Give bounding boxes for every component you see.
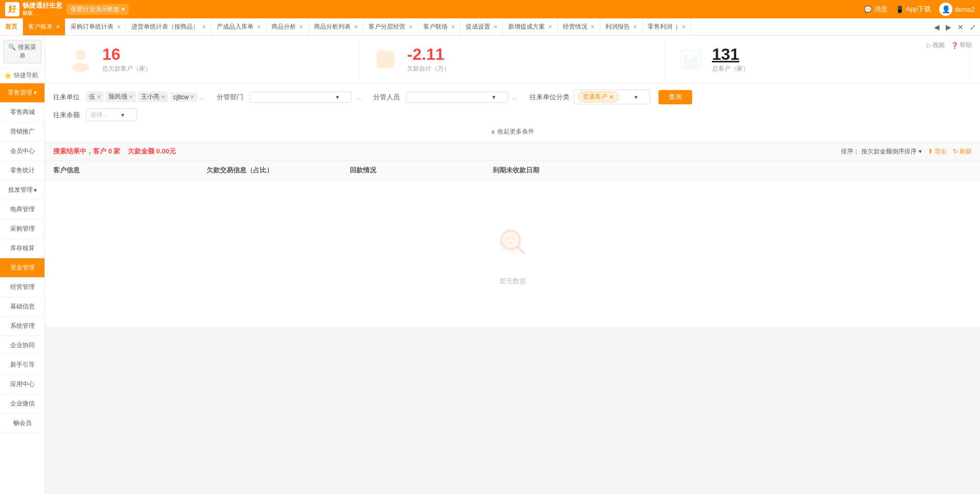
close-tab-biz-status[interactable]: ✕ (590, 24, 595, 30)
sidebar-item-finance[interactable]: 资金管理 (0, 258, 44, 278)
chevron-down-icon: ▾ (492, 94, 495, 101)
tab-close-all-btn[interactable]: ✕ (955, 22, 966, 32)
svg-rect-7 (688, 58, 693, 69)
col-header-debt: 欠款交易信息（占比） (207, 166, 350, 175)
search-result-info: 搜索结果中，客户 0 家 欠款金额 0.00元 (53, 147, 176, 156)
close-tab-customer-layer[interactable]: ✕ (408, 24, 413, 30)
collapse-btn[interactable]: ∧ 收起更多条件 (491, 127, 534, 136)
filter-label-person: 分管人员 (373, 93, 402, 102)
sidebar-item-operation[interactable]: 经营管理 (0, 278, 44, 297)
chevron-down-icon: ▾ (919, 148, 922, 155)
question-icon: ❓ (951, 42, 959, 49)
svg-line-10 (517, 246, 524, 253)
sidebar-item-system[interactable]: 系统管理 (0, 317, 44, 336)
remove-tag-cjttcw[interactable]: ✕ (190, 94, 194, 100)
category-select[interactable]: 普通客户 ✕ ▾ (574, 89, 650, 104)
balance-select[interactable]: 选择... ▾ (86, 108, 137, 121)
close-tab-purchase-order[interactable]: ✕ (117, 24, 121, 30)
sidebar-item-member[interactable]: 会员中心 (0, 142, 44, 161)
tab-product-analysis-list[interactable]: 商品分析列表 ✕ (309, 18, 363, 35)
message-btn[interactable]: 💬 消息 (864, 5, 887, 14)
dept-expand-btn[interactable]: ... (356, 94, 361, 101)
remove-tag-wu[interactable]: ✕ (97, 94, 101, 100)
close-tab-retail-profit[interactable]: ✕ (681, 24, 686, 30)
remove-tag-wang[interactable]: ✕ (161, 94, 165, 100)
tab-customer-contact[interactable]: 客户联络 ✕ (418, 18, 461, 35)
close-tab-customer-book[interactable]: ✕ (56, 24, 60, 30)
tab-next-btn[interactable]: ▶ (944, 22, 953, 32)
sidebar-item-ecommerce[interactable]: 电商管理 (0, 200, 44, 219)
close-tab-purchase-stats[interactable]: ✕ (202, 24, 206, 30)
selected-category-tag: 普通客户 ✕ (578, 92, 619, 102)
filter-tag-chen: 陈民强 ✕ (106, 92, 136, 102)
tab-product-stock[interactable]: 产成品入库单 ✕ (212, 18, 266, 35)
tab-biz-status[interactable]: 经营情况 ✕ (558, 18, 600, 35)
tab-maximize-btn[interactable]: ⤢ (968, 22, 978, 32)
tab-customer-book[interactable]: 客户账本 ✕ (23, 18, 65, 35)
stat-number-customers: 16 (102, 46, 151, 62)
stats-header: 16 总欠款客户（家） ¥ -2.11 欠款合计（万） (45, 36, 980, 83)
tab-product-analysis[interactable]: 商品分析 ✕ (266, 18, 309, 35)
svg-text:¥: ¥ (383, 54, 389, 65)
dept-select[interactable]: ▾ (249, 92, 352, 103)
stat-help-area: ▷ 视频 ❓ 帮助 (927, 41, 972, 50)
close-tab-tips-settings[interactable]: ✕ (493, 24, 497, 30)
tab-purchase-order[interactable]: 采购订单统计表 ✕ (65, 18, 126, 35)
empty-icon (492, 221, 533, 271)
stat-label-total-clients: 总客户（家） (712, 64, 749, 73)
sidebar-item-inventory[interactable]: 库存核算 (0, 239, 44, 258)
empty-text: 暂无数据 (499, 277, 526, 286)
sidebar-item-purchase[interactable]: 采购管理 (0, 219, 44, 239)
main-layout: 🔍 搜索菜单 ⭐ 快捷导航 零售管理 ▾ 零售商城 营销推广 会员中心 零售统计… (0, 36, 980, 494)
export-btn[interactable]: ⬆ 导出 (928, 147, 947, 156)
sidebar-item-retail-mall[interactable]: 零售商城 (0, 103, 44, 122)
sidebar-item-newbie[interactable]: 新手引导 (0, 355, 44, 375)
sidebar-item-wholesale[interactable]: 批发管理 ▾ (0, 181, 44, 200)
sort-select[interactable]: 排序： 按欠款金额倒序排序 ▾ (841, 147, 922, 156)
chevron-down-icon: ▾ (121, 111, 124, 119)
account-dropdown[interactable]: 母婴行业演示帐套 ▾ (66, 4, 129, 15)
tab-customer-layer[interactable]: 客户分层经营 ✕ (363, 18, 418, 35)
person-select[interactable]: ▾ (406, 92, 508, 103)
refresh-btn[interactable]: ↻ 刷新 (953, 147, 972, 156)
close-tab-profit-report[interactable]: ✕ (633, 24, 637, 30)
tab-prev-btn[interactable]: ◀ (932, 22, 942, 32)
user-menu[interactable]: 👤 demo2 (939, 3, 975, 16)
sidebar-item-retail-stats[interactable]: 零售统计 (0, 161, 44, 181)
tab-retail-profit[interactable]: 零售利润（ ✕ (643, 18, 691, 35)
tab-new-tips[interactable]: 新增提成方案 ✕ (503, 18, 558, 35)
sidebar-quick-nav[interactable]: ⭐ 快捷导航 (0, 68, 44, 83)
top-bar-left: 好 畅捷通好生意 标版 母婴行业演示帐套 ▾ (5, 2, 129, 17)
sidebar-item-vip[interactable]: 畅会员 (0, 414, 44, 433)
app-download-btn[interactable]: 📱 App下载 (896, 5, 931, 14)
stat-block-total-clients: 131 总客户（家） (665, 41, 970, 78)
query-btn[interactable]: 查询 (658, 90, 692, 104)
tab-home[interactable]: 首页 (0, 18, 23, 35)
account-name: 母婴行业演示帐套 (71, 5, 120, 14)
data-table: 客户信息 欠款交易信息（占比） 回款情况 到期未收款日期 (45, 161, 980, 327)
tab-purchase-stats[interactable]: 进货单统计表（按商品） ✕ (126, 18, 212, 35)
sidebar-item-wechat[interactable]: 企业微信 (0, 394, 44, 414)
close-tab-customer-contact[interactable]: ✕ (451, 24, 455, 30)
tab-tips-settings[interactable]: 提成设置 ✕ (461, 18, 503, 35)
close-tab-new-tips[interactable]: ✕ (548, 24, 552, 30)
video-help-btn[interactable]: ▷ 视频 (927, 41, 945, 50)
sidebar-item-retail[interactable]: 零售管理 ▾ (0, 83, 44, 103)
close-tab-product-analysis[interactable]: ✕ (299, 24, 303, 30)
sidebar-item-basic[interactable]: 基础信息 (0, 297, 44, 317)
person-expand-btn[interactable]: ... (512, 94, 517, 101)
sidebar-item-app-center[interactable]: 应用中心 (0, 375, 44, 394)
search-result-bar: 搜索结果中，客户 0 家 欠款金额 0.00元 排序： 按欠款金额倒序排序 ▾ … (45, 143, 980, 161)
sidebar-item-marketing[interactable]: 营销推广 (0, 122, 44, 142)
close-tab-product-analysis-list[interactable]: ✕ (354, 24, 358, 30)
sidebar-item-enterprise[interactable]: 企业协同 (0, 336, 44, 355)
remove-category-btn[interactable]: ✕ (609, 94, 614, 101)
tab-profit-report[interactable]: 利润报告 ✕ (600, 18, 643, 35)
filter-more-btn[interactable]: ... (199, 94, 204, 101)
remove-tag-chen[interactable]: ✕ (129, 94, 133, 100)
close-tab-product-stock[interactable]: ✕ (257, 24, 261, 30)
logo-icon: 好 (5, 2, 19, 16)
help-btn[interactable]: ❓ 帮助 (951, 41, 972, 50)
sidebar-search-btn[interactable]: 🔍 搜索菜单 (3, 40, 41, 63)
app-icon: 📱 (896, 6, 904, 13)
